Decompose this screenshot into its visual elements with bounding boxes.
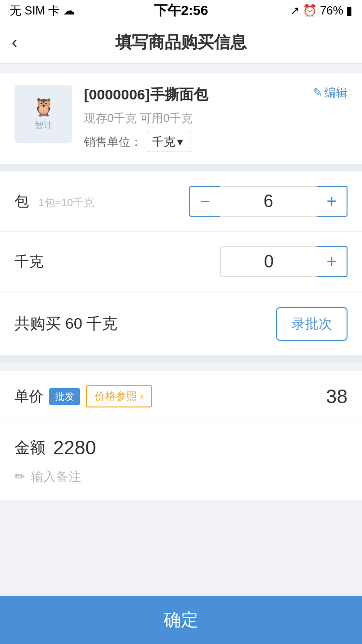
page-title: 填写商品购买信息 [115, 31, 247, 54]
batch-tag: 批发 [49, 388, 80, 405]
product-image: 🦉 智计 [14, 85, 72, 143]
bao-decrement-button[interactable]: − [189, 186, 220, 217]
brand-label: 智计 [35, 119, 52, 131]
price-row: 单价 批发 价格参照 › 38 [0, 371, 362, 422]
bao-quantity-row: 包 1包=10千克 − + [0, 171, 362, 232]
bao-hint: 1包=10千克 [39, 196, 95, 209]
bao-quantity-control: − + [189, 186, 348, 217]
kg-quantity-row: 千克 + [0, 232, 362, 292]
kg-label: 千克 [14, 253, 43, 269]
price-left: 单价 批发 价格参照 › [14, 385, 152, 407]
bottom-padding [0, 500, 362, 558]
battery-level: 76% [320, 4, 343, 17]
remark-placeholder[interactable]: 输入备注 [31, 468, 81, 485]
product-unit: 销售单位： 千克 ▾ [84, 132, 348, 152]
alarm-icon: ⏰ [303, 4, 317, 17]
product-name: [0000006]手撕面包 [84, 85, 208, 105]
amount-label: 金额 [14, 437, 45, 459]
owl-icon: 🦉 [33, 97, 55, 117]
bao-label-group: 包 1包=10千克 [14, 192, 94, 211]
product-image-inner: 🦉 智计 [33, 97, 55, 131]
total-row: 共购买 60 千克 录批次 [0, 292, 362, 355]
amount-row: 金额 2280 [14, 437, 348, 459]
price-section: 单价 批发 价格参照 › 38 金额 2280 ✏ 输入备注 [0, 371, 362, 500]
total-label: 共购买 60 千克 [14, 313, 117, 335]
kg-increment-button[interactable]: + [317, 246, 348, 277]
product-stock: 现存0千克 可用0千克 [84, 111, 348, 126]
price-ref-button[interactable]: 价格参照 › [86, 385, 152, 407]
price-value: 38 [326, 386, 348, 407]
amount-section: 金额 2280 ✏ 输入备注 [0, 422, 362, 500]
unit-label: 销售单位： [84, 134, 142, 150]
dropdown-icon: ▾ [177, 135, 183, 149]
unit-value: 千克 [152, 134, 175, 150]
battery-icon: ▮ [346, 4, 352, 17]
confirm-button[interactable]: 确定 [0, 596, 362, 644]
status-right: ↗ ⏰ 76% ▮ [290, 4, 352, 17]
status-left: 无 SIM 卡 ☁ [10, 3, 75, 18]
location-icon: ↗ [290, 4, 300, 17]
bao-label: 包 [14, 193, 29, 209]
sim-label: 无 SIM 卡 ☁ [10, 3, 75, 18]
section-divider-2 [0, 355, 362, 363]
pencil-icon: ✏ [14, 469, 25, 484]
record-batch-button[interactable]: 录批次 [276, 307, 348, 341]
nav-bar: ‹ 填写商品购买信息 [0, 21, 362, 64]
product-card: 🦉 智计 [0000006]手撕面包 ✎ 编辑 现存0千克 可用0千克 销售单位… [0, 73, 362, 164]
status-bar: 无 SIM 卡 ☁ 下午2:56 ↗ ⏰ 76% ▮ [0, 0, 362, 21]
unit-select[interactable]: 千克 ▾ [147, 132, 191, 152]
back-button[interactable]: ‹ [12, 32, 17, 53]
bao-quantity-input[interactable] [220, 186, 317, 217]
edit-label: 编辑 [324, 85, 348, 100]
edit-icon: ✎ [313, 86, 322, 99]
kg-label-group: 千克 [14, 252, 43, 272]
product-header: [0000006]手撕面包 ✎ 编辑 [84, 85, 348, 105]
bao-section: 包 1包=10千克 − + 千克 + 共购买 60 千克 录批次 [0, 171, 362, 355]
kg-quantity-control: + [220, 246, 348, 277]
kg-quantity-input[interactable] [220, 246, 317, 277]
price-label: 单价 [14, 387, 43, 406]
section-divider-1 [0, 164, 362, 171]
bao-increment-button[interactable]: + [317, 186, 348, 217]
remark-row[interactable]: ✏ 输入备注 [14, 468, 348, 485]
product-info: [0000006]手撕面包 ✎ 编辑 现存0千克 可用0千克 销售单位： 千克 … [84, 85, 348, 152]
amount-value: 2280 [53, 437, 96, 459]
edit-button[interactable]: ✎ 编辑 [313, 85, 348, 100]
status-time: 下午2:56 [154, 1, 208, 20]
